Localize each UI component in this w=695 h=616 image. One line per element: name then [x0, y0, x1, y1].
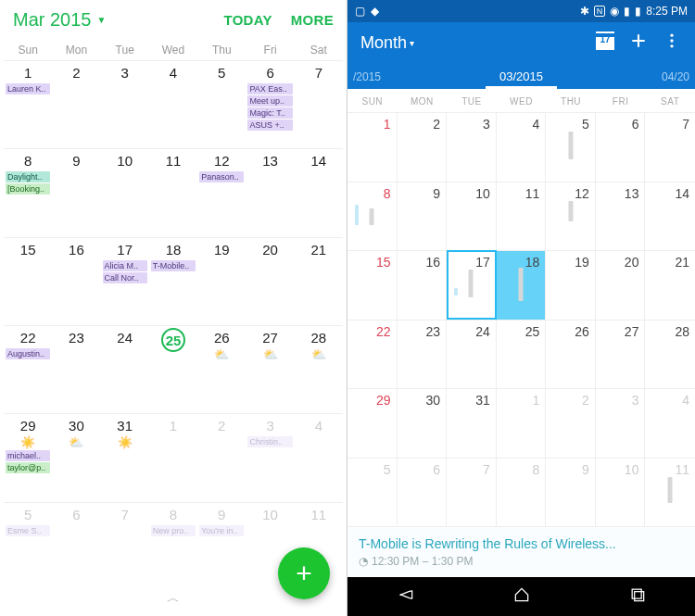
calendar-day-cell[interactable]: 3: [101, 61, 149, 148]
calendar-day-cell[interactable]: 30⛅: [52, 414, 100, 501]
calendar-day-cell[interactable]: 3Christin..: [246, 414, 294, 501]
calendar-day-cell[interactable]: 8: [497, 458, 547, 527]
event-chip[interactable]: Magic: T..: [247, 107, 292, 119]
calendar-day-cell[interactable]: 31☀️: [101, 414, 149, 501]
month-picker[interactable]: Mar 2015 ▼: [13, 9, 106, 31]
calendar-day-cell[interactable]: 12Panason..: [197, 149, 246, 236]
back-button[interactable]: [397, 585, 415, 608]
calendar-day-cell[interactable]: 7: [645, 112, 695, 182]
calendar-day-cell[interactable]: 5: [197, 61, 246, 148]
calendar-day-cell[interactable]: 28: [645, 320, 695, 389]
calendar-day-cell[interactable]: 14: [295, 149, 343, 236]
event-chip[interactable]: Call Nor..: [103, 272, 147, 283]
calendar-day-cell[interactable]: 8: [348, 182, 398, 251]
calendar-day-cell[interactable]: 23: [398, 320, 448, 389]
event-chip[interactable]: Panason..: [199, 171, 244, 182]
calendar-day-cell[interactable]: 4: [645, 388, 695, 458]
event-chip[interactable]: Lauren K..: [6, 83, 50, 94]
calendar-day-cell[interactable]: 1: [149, 414, 197, 501]
calendar-day-cell[interactable]: 5: [348, 458, 398, 527]
event-chip[interactable]: Christin..: [247, 436, 292, 447]
calendar-day-cell[interactable]: 7: [447, 458, 497, 527]
calendar-day-cell[interactable]: 26⛅: [197, 326, 246, 413]
calendar-day-cell[interactable]: 9: [52, 149, 100, 236]
calendar-day-cell[interactable]: 12: [546, 182, 596, 251]
calendar-day-cell[interactable]: 24: [447, 320, 497, 389]
calendar-day-cell[interactable]: 14: [645, 182, 695, 251]
calendar-day-cell[interactable]: 28⛅: [295, 326, 343, 413]
view-picker[interactable]: Month ▾: [360, 33, 414, 53]
calendar-day-cell[interactable]: 26: [546, 320, 596, 389]
calendar-day-cell[interactable]: 5: [546, 112, 596, 182]
calendar-day-cell[interactable]: 3: [596, 388, 646, 458]
calendar-day-cell[interactable]: 10: [447, 182, 497, 251]
calendar-day-cell[interactable]: 21: [295, 238, 343, 325]
calendar-day-cell[interactable]: 18: [497, 250, 547, 320]
calendar-day-cell[interactable]: 3: [447, 112, 497, 182]
home-button[interactable]: [512, 585, 531, 608]
calendar-day-cell[interactable]: 13: [596, 182, 646, 251]
calendar-day-cell[interactable]: 27: [596, 320, 646, 389]
calendar-day-cell[interactable]: 11: [149, 149, 197, 236]
calendar-day-cell[interactable]: 6: [398, 458, 448, 527]
selected-day-event-card[interactable]: T-Mobile is Rewriting the Rules of Wirel…: [348, 526, 695, 577]
calendar-day-cell[interactable]: 9You're in..: [197, 503, 246, 590]
calendar-day-cell[interactable]: 6: [52, 503, 100, 590]
calendar-day-cell[interactable]: 2: [546, 388, 596, 458]
calendar-day-cell[interactable]: 23: [52, 326, 100, 413]
calendar-day-cell[interactable]: 8New pro..: [149, 503, 197, 590]
calendar-day-cell[interactable]: 16: [52, 238, 100, 325]
calendar-day-cell[interactable]: 19: [197, 238, 246, 325]
calendar-day-cell[interactable]: 20: [596, 250, 646, 320]
calendar-day-cell[interactable]: 1: [348, 112, 398, 182]
calendar-day-cell[interactable]: 7: [101, 503, 149, 590]
calendar-day-cell[interactable]: 30: [398, 388, 448, 458]
event-chip[interactable]: New pro..: [151, 525, 196, 536]
calendar-day-cell[interactable]: 2: [398, 112, 448, 182]
event-chip[interactable]: Alicia M..: [103, 260, 147, 271]
event-chip[interactable]: Meet up..: [247, 95, 292, 107]
event-chip[interactable]: You're in..: [199, 525, 244, 536]
calendar-day-cell[interactable]: 22: [348, 320, 398, 389]
add-event-button[interactable]: [628, 31, 649, 54]
jump-to-today-button[interactable]: [595, 31, 615, 54]
calendar-day-cell[interactable]: 6: [596, 112, 646, 182]
calendar-day-cell[interactable]: 4: [295, 414, 343, 501]
calendar-day-cell[interactable]: 19: [546, 250, 596, 320]
add-event-fab[interactable]: +: [278, 547, 330, 599]
calendar-day-cell[interactable]: 5Esme S..: [4, 503, 52, 590]
calendar-day-cell[interactable]: 17: [447, 250, 497, 320]
calendar-day-cell[interactable]: 7: [295, 61, 343, 148]
more-button[interactable]: MORE: [291, 12, 334, 28]
calendar-day-cell[interactable]: 29☀️michael..taylor@p..: [4, 414, 52, 501]
next-month-tab[interactable]: 04/20: [577, 70, 695, 89]
event-chip[interactable]: Augustin..: [6, 348, 50, 359]
calendar-day-cell[interactable]: 22Augustin..: [4, 326, 52, 413]
event-chip[interactable]: taylor@p..: [6, 462, 50, 473]
calendar-day-cell[interactable]: 25: [497, 320, 547, 389]
calendar-day-cell[interactable]: 20: [246, 238, 294, 325]
calendar-day-cell[interactable]: 1: [497, 388, 547, 458]
calendar-day-cell[interactable]: 1Lauren K..: [4, 61, 52, 148]
current-month-tab[interactable]: 03/2015: [465, 69, 577, 89]
calendar-day-cell[interactable]: 18T-Mobile..: [149, 238, 197, 325]
calendar-day-cell[interactable]: 11: [497, 182, 547, 251]
calendar-day-cell[interactable]: 6PAX Eas..Meet up..Magic: T..ASUS +..: [246, 61, 294, 148]
calendar-day-cell[interactable]: 8Daylight..[Booking..: [4, 149, 52, 236]
event-chip[interactable]: michael..: [6, 450, 50, 461]
calendar-day-cell[interactable]: 9: [398, 182, 448, 251]
calendar-day-cell[interactable]: 10: [101, 149, 149, 236]
calendar-day-cell[interactable]: 27⛅: [246, 326, 294, 413]
event-chip[interactable]: PAX Eas..: [247, 83, 292, 94]
calendar-day-cell[interactable]: 15: [348, 250, 398, 320]
event-chip[interactable]: T-Mobile..: [151, 260, 196, 271]
calendar-day-cell[interactable]: 2: [52, 61, 100, 148]
event-chip[interactable]: Esme S..: [6, 525, 50, 536]
calendar-day-cell[interactable]: 16: [398, 250, 448, 320]
prev-month-tab[interactable]: /2015: [348, 70, 465, 89]
calendar-day-cell[interactable]: 10: [596, 458, 646, 527]
calendar-day-cell[interactable]: 24: [101, 326, 149, 413]
calendar-day-cell[interactable]: 29: [348, 388, 398, 458]
calendar-day-cell[interactable]: 11: [645, 458, 695, 527]
calendar-day-cell[interactable]: 15: [4, 238, 52, 325]
